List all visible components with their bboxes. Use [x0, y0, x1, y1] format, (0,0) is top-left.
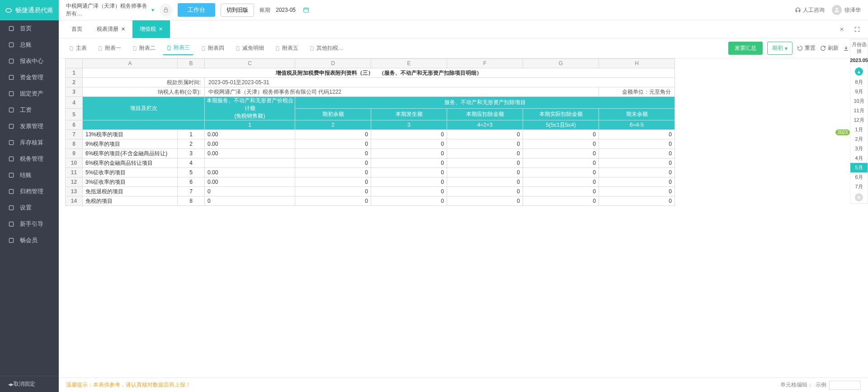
table-row[interactable]: 13免抵退税的项目7000000: [66, 187, 675, 196]
table-row[interactable]: 89%税率的项目20.0000000: [66, 139, 675, 149]
month-option[interactable]: 3月: [850, 144, 868, 153]
nav-settings[interactable]: 设置: [0, 200, 59, 216]
month-option[interactable]: 12月: [850, 115, 868, 125]
nav-member[interactable]: 畅会员: [0, 232, 59, 249]
nav-chart[interactable]: 报表中心: [0, 53, 59, 69]
table-row[interactable]: 115%征收率的项目50.0000000: [66, 168, 675, 177]
nav-tax[interactable]: 税务管理: [0, 151, 59, 167]
subtab-其他扣税…[interactable]: 其他扣税…: [306, 41, 347, 55]
sidebar: 畅捷通易代账 首页总账报表中心资金管理固定资产工资发票管理库存核算税务管理结账归…: [0, 0, 59, 392]
month-next-button[interactable]: ▼: [855, 193, 863, 201]
workspace-button[interactable]: 工作台: [178, 3, 215, 17]
svg-rect-6: [9, 124, 13, 128]
nav-stock[interactable]: 库存核算: [0, 134, 59, 151]
close-all-icon[interactable]: ✕: [836, 24, 847, 35]
subtab-减免明细[interactable]: 减免明细: [231, 41, 268, 55]
month-option[interactable]: 1月: [850, 125, 868, 134]
col-header: F: [447, 59, 523, 68]
consult-link[interactable]: 人工咨询: [795, 6, 825, 14]
asset-icon: [8, 91, 15, 97]
pagetab-税表清册[interactable]: 税表清册✕: [90, 20, 132, 38]
month-selector-panel: 月份选择 2023.05 ▲ 8月9月10月11月12月1月2月3月4月5月6月…: [850, 39, 868, 204]
close-icon[interactable]: ✕: [121, 26, 125, 32]
svg-rect-8: [9, 157, 13, 161]
tip-text: 本表供参考，请认真核对数据后再上报！: [93, 381, 191, 389]
sidebar-unpin[interactable]: ◂▸ 取消固定: [0, 376, 59, 392]
pagetab-增值税[interactable]: 增值税✕: [132, 20, 170, 38]
download-icon: [843, 45, 849, 51]
pagetab-首页[interactable]: 首页: [64, 20, 90, 38]
refresh-link[interactable]: 刷新: [820, 44, 839, 52]
lock-button[interactable]: [160, 4, 172, 16]
year-badge: 2023: [835, 129, 850, 135]
close-icon[interactable]: ✕: [159, 26, 163, 32]
subtab-附表四[interactable]: 附表四: [197, 41, 228, 55]
svg-rect-9: [9, 173, 13, 177]
subtab-附表一[interactable]: 附表一: [94, 41, 125, 55]
settings-icon: [8, 205, 15, 211]
col-header: C: [205, 59, 295, 68]
nav-salary[interactable]: 工资: [0, 102, 59, 118]
nav-asset[interactable]: 固定资产: [0, 86, 59, 102]
cell-edit-label: 单元格编辑：: [780, 381, 813, 389]
company-selector[interactable]: 中税网通广泽（天津）税务师事务所有… ▾: [66, 2, 154, 18]
tax-icon: [8, 156, 15, 162]
avatar-icon: [832, 5, 842, 15]
footer: 温馨提示： 本表供参考，请认真核对数据后再上报！ 单元格编辑： 示例: [59, 378, 868, 392]
nav-ledger[interactable]: 总账: [0, 37, 59, 53]
svg-point-16: [836, 8, 838, 10]
svg-rect-15: [304, 8, 309, 12]
month-prev-button[interactable]: ▲: [855, 67, 863, 76]
invoice-summary-button[interactable]: 发票汇总: [728, 42, 763, 55]
month-option[interactable]: 10月: [850, 96, 868, 106]
user-menu[interactable]: 徐泽华: [832, 5, 861, 15]
svg-rect-7: [9, 140, 13, 144]
tip-label: 温馨提示：: [66, 381, 93, 389]
month-option[interactable]: 8月: [850, 77, 868, 87]
svg-rect-3: [9, 75, 13, 79]
table-row[interactable]: 96%税率的项目(不含金融商品转让)30.0000000: [66, 149, 675, 158]
sub-tabs: 主表附表一附表二附表三附表四减免明细附表五其他扣税… 发票汇总 期初 ▾ 重置 …: [59, 38, 868, 58]
fullscreen-icon[interactable]: [852, 24, 863, 35]
document-icon: [166, 45, 172, 51]
month-panel-title: 月份选择: [850, 39, 868, 57]
period-begin-button[interactable]: 期初 ▾: [767, 42, 793, 55]
nav-close-period[interactable]: 结账: [0, 167, 59, 183]
wallet-icon: [8, 74, 15, 81]
nav-home[interactable]: 首页: [0, 20, 59, 37]
svg-rect-12: [9, 222, 13, 226]
table-row[interactable]: 14免税的项目8000000: [66, 196, 675, 206]
col-header: G: [523, 59, 599, 68]
document-icon: [98, 46, 103, 51]
col-header: A: [83, 59, 178, 68]
nav-archive[interactable]: 归档管理: [0, 183, 59, 200]
table-row[interactable]: 123%征收率的项目60.0000000: [66, 177, 675, 187]
month-option[interactable]: 2月: [850, 134, 868, 144]
calendar-icon[interactable]: [303, 7, 309, 13]
nav-wallet[interactable]: 资金管理: [0, 69, 59, 86]
spreadsheet[interactable]: ABCDEFGH1增值税及附加税费申报表附列资料（三） （服务、不动产和无形资产…: [59, 58, 868, 378]
month-option[interactable]: 11月: [850, 106, 868, 115]
cell-edit-input[interactable]: [829, 381, 861, 390]
month-option[interactable]: 7月: [850, 182, 868, 191]
stock-icon: [8, 139, 15, 146]
month-option[interactable]: 5月: [850, 163, 868, 172]
month-option[interactable]: 9月: [850, 87, 868, 96]
svg-rect-0: [9, 26, 13, 30]
month-option[interactable]: 6月: [850, 172, 868, 182]
subtab-附表三[interactable]: 附表三: [163, 41, 193, 55]
subtab-附表二[interactable]: 附表二: [128, 41, 159, 55]
switch-old-button[interactable]: 切到旧版: [221, 4, 254, 17]
headset-icon: [795, 7, 801, 13]
subtab-主表[interactable]: 主表: [65, 41, 90, 55]
document-icon: [235, 46, 241, 51]
reset-link[interactable]: 重置: [797, 44, 816, 52]
nav-guide[interactable]: 新手引导: [0, 216, 59, 232]
table-row[interactable]: 713%税率的项目10.0000000: [66, 130, 675, 139]
reset-icon: [797, 45, 803, 51]
document-icon: [69, 46, 74, 51]
month-option[interactable]: 4月: [850, 153, 868, 163]
nav-invoice[interactable]: 发票管理: [0, 118, 59, 134]
table-row[interactable]: 106%税率的金融商品转让项目400000: [66, 158, 675, 168]
subtab-附表五[interactable]: 附表五: [271, 41, 302, 55]
